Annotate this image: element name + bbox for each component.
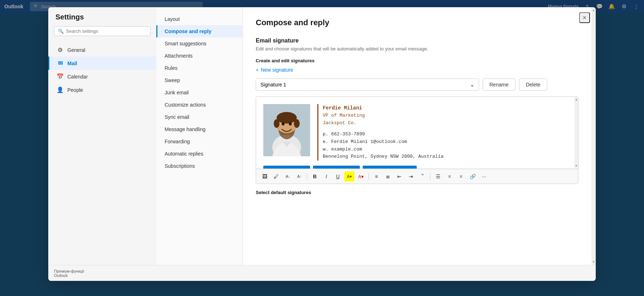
search-settings-icon: 🔍: [58, 28, 64, 34]
new-signature-button[interactable]: + New signature: [256, 67, 578, 73]
sidebar-item-mail[interactable]: ✉ Mail: [48, 57, 156, 70]
premium-line1: Преміум-функції: [54, 269, 84, 273]
signature-name: Signature 1: [260, 82, 286, 88]
more-options-button[interactable]: ···: [479, 171, 489, 181]
bottom-action-buttons: [263, 166, 417, 169]
sig-title: VP of Marketing: [323, 112, 443, 120]
signature-selector-row: Signature 1 ⌄ Rename Delete: [256, 79, 578, 91]
svg-point-3: [277, 112, 297, 124]
sidebar-item-general[interactable]: ⚙ General: [48, 43, 156, 57]
settings-modal: × Settings 🔍 ⚙ General ✉ Mail: [48, 7, 596, 281]
people-icon: 👤: [57, 86, 64, 93]
submenu-item-sweep[interactable]: Sweep: [156, 74, 242, 86]
increase-font-size-button[interactable]: A↑: [294, 171, 304, 181]
sig-phone: p. 662-353-7899: [323, 131, 443, 138]
submenu-item-smart-suggestions[interactable]: Smart suggestions: [156, 37, 242, 50]
btn2-partial: [313, 166, 360, 169]
sig-website: w. example.com: [323, 146, 443, 153]
email-signature-desc: Edit and choose signatures that will be …: [256, 46, 578, 51]
select-default-label: Select default signatures: [256, 190, 578, 195]
close-button[interactable]: ×: [579, 12, 590, 23]
plus-icon: +: [256, 67, 259, 73]
decrease-indent-button[interactable]: ⇤: [394, 171, 404, 181]
bold-button[interactable]: B: [310, 171, 320, 181]
mail-icon: ✉: [57, 60, 64, 67]
sidebar-item-people[interactable]: 👤 People: [48, 83, 156, 97]
search-settings-box[interactable]: 🔍: [54, 26, 151, 36]
sidebar-item-label-general: General: [67, 47, 85, 53]
sidebar-item-calendar[interactable]: 📅 Calendar: [48, 70, 156, 83]
submenu-item-subscriptions[interactable]: Subscriptions: [156, 160, 242, 172]
submenu-item-automatic-replies[interactable]: Automatic replies: [156, 148, 242, 160]
align-right-button[interactable]: ≡: [456, 171, 466, 181]
highlight-button[interactable]: A▾: [344, 171, 354, 181]
scroll-up-arrow[interactable]: ▲: [575, 97, 578, 102]
sig-address: Bennelong Point, Sydney NSW 2000, Austra…: [323, 153, 443, 161]
sig-email: e. Ferdie Milani 1@outlook.com: [323, 138, 443, 146]
font-color-button[interactable]: A▾: [356, 171, 366, 181]
submenu-item-rules[interactable]: Rules: [156, 62, 242, 74]
submenu-item-customize-actions[interactable]: Customize actions: [156, 99, 242, 111]
create-edit-label: Create and edit signatures: [256, 58, 578, 63]
delete-button[interactable]: Delete: [519, 79, 547, 91]
signature-editor-wrapper: Ferdie Milani VP of Marketing Jackspot C…: [256, 97, 578, 184]
nav-section: ⚙ General ✉ Mail 📅 Calendar 👤 People: [48, 42, 156, 98]
insert-image-button[interactable]: 🖼: [260, 171, 270, 181]
submenu-item-forwarding[interactable]: Forwarding: [156, 135, 242, 148]
svg-point-4: [274, 119, 279, 128]
premium-line2: Outlook: [54, 273, 84, 278]
format-painter-button[interactable]: 🖊: [271, 171, 281, 181]
toolbar-divider-2: [368, 173, 369, 180]
modal-bottom-bar: Преміум-функції Outlook: [48, 265, 596, 281]
modal-scroll-up[interactable]: ▲: [592, 7, 595, 13]
align-left-button[interactable]: ☰: [433, 171, 443, 181]
quote-button[interactable]: ": [417, 171, 428, 181]
modal-overlay: × Settings 🔍 ⚙ General ✉ Mail: [0, 0, 644, 296]
editor-scrollbar: ▲ ▼: [574, 97, 578, 169]
bullets-button[interactable]: ≡: [371, 171, 381, 181]
toolbar-divider-3: [430, 173, 430, 180]
chevron-down-icon: ⌄: [470, 82, 474, 88]
email-signature-title: Email signature: [256, 37, 578, 44]
editor-toolbar: 🖼 🖊 A↓ A↑ B I U A▾ A▾ ≡ ≣ ⇤: [256, 169, 578, 184]
signature-dropdown[interactable]: Signature 1 ⌄: [256, 79, 479, 91]
submenu-item-compose-reply[interactable]: Compose and reply: [156, 25, 242, 37]
scroll-down-arrow[interactable]: ▼: [575, 163, 578, 169]
modal-right-scrollbar[interactable]: ▲ ▼: [591, 7, 596, 265]
modal-scroll-down[interactable]: ▼: [592, 259, 595, 265]
btn1-partial: [263, 166, 310, 169]
italic-button[interactable]: I: [321, 171, 331, 181]
submenu-item-attachments[interactable]: Attachments: [156, 50, 242, 62]
svg-point-7: [289, 122, 292, 126]
premium-text: Преміум-функції Outlook: [54, 269, 84, 278]
signature-preview[interactable]: Ferdie Milani VP of Marketing Jackspot C…: [256, 97, 578, 169]
sig-name: Ferdie Milani: [323, 104, 443, 112]
decrease-font-size-button[interactable]: A↓: [283, 171, 293, 181]
new-signature-label: New signature: [261, 67, 293, 73]
submenu-item-junk-email[interactable]: Junk email: [156, 86, 242, 99]
align-center-button[interactable]: ≡: [444, 171, 455, 181]
search-settings-input[interactable]: [66, 28, 147, 34]
settings-sidebar: Settings 🔍 ⚙ General ✉ Mail 📅: [48, 7, 156, 265]
general-icon: ⚙: [57, 46, 64, 53]
settings-content: Compose and reply Email signature Edit a…: [243, 7, 591, 265]
page-title: Compose and reply: [256, 18, 578, 27]
rename-button[interactable]: Rename: [483, 79, 515, 91]
insert-link-button[interactable]: 🔗: [468, 171, 478, 181]
submenu-item-layout[interactable]: Layout: [156, 13, 242, 25]
svg-point-6: [282, 122, 285, 126]
underline-button[interactable]: U: [333, 171, 343, 181]
numbered-list-button[interactable]: ≣: [383, 171, 393, 181]
sig-company: Jackspot Co.: [323, 120, 443, 127]
sidebar-item-label-mail: Mail: [67, 60, 77, 66]
toolbar-divider-1: [307, 173, 307, 180]
btn3-partial: [363, 166, 417, 169]
increase-indent-button[interactable]: ⇥: [406, 171, 416, 181]
select-default-section: Select default signatures: [256, 190, 578, 195]
submenu-item-sync-email[interactable]: Sync email: [156, 111, 242, 123]
submenu-item-message-handling[interactable]: Message handling: [156, 123, 242, 135]
sidebar-item-label-calendar: Calendar: [67, 74, 88, 80]
settings-submenu: Layout Compose and reply Smart suggestio…: [156, 7, 243, 265]
settings-title: Settings: [48, 13, 156, 26]
signature-text-block: Ferdie Milani VP of Marketing Jackspot C…: [317, 104, 443, 161]
